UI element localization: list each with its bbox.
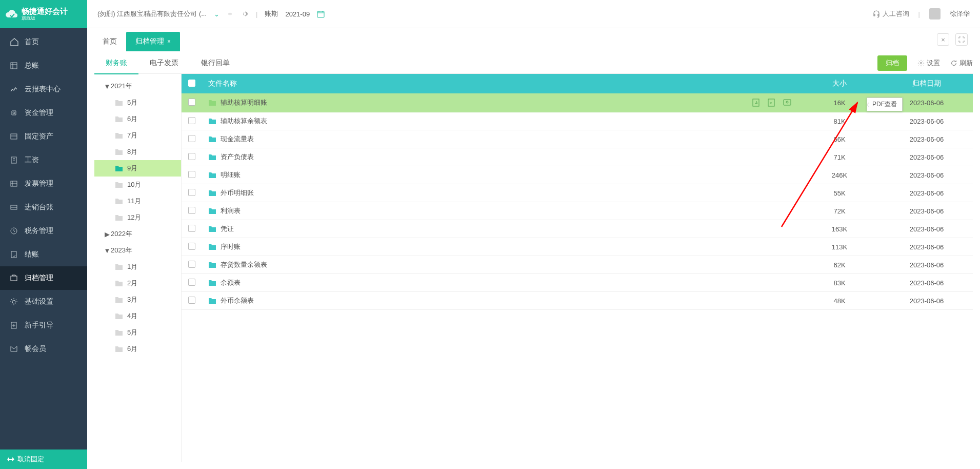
month-label: 6月 (127, 344, 137, 354)
table-row[interactable]: 外币明细账55K2023-06-06 (182, 184, 973, 202)
refresh-link[interactable]: 刷新 (950, 58, 973, 68)
row-checkbox[interactable] (188, 207, 195, 214)
table-row[interactable]: 序时账113K2023-06-06 (182, 238, 973, 256)
sidebar-item-11[interactable]: 基础设置 (0, 290, 87, 314)
select-all-checkbox[interactable] (188, 80, 195, 87)
tree-month[interactable]: 11月 (94, 193, 181, 209)
period-value[interactable]: 2021-09 (285, 10, 310, 18)
svg-point-17 (786, 101, 788, 103)
sidebar-item-0[interactable]: 首页 (0, 30, 87, 54)
sidebar-item-9[interactable]: 结账 (0, 243, 87, 266)
tree-month[interactable]: 1月 (94, 259, 181, 275)
tab-home[interactable]: 首页 (93, 32, 126, 51)
inner-tab-finance[interactable]: 财务账 (94, 52, 138, 74)
sidebar-item-7[interactable]: 进销台账 (0, 196, 87, 219)
topbar: (勿删) 江西服宝精品有限责任公司 (... ⌄ ＋ | 账期 2021-09 … (87, 0, 980, 28)
headset-icon (872, 10, 881, 18)
row-checkbox[interactable] (188, 279, 195, 286)
tree-month[interactable]: 6月 (94, 111, 181, 127)
file-name: 外币明细账 (221, 188, 254, 198)
download-pdf-icon[interactable]: P (767, 97, 777, 108)
month-label: 10月 (127, 180, 141, 189)
file-name: 利润表 (221, 206, 241, 216)
fullscreen-icon[interactable] (955, 33, 968, 46)
tree-month[interactable]: 12月 (94, 209, 181, 226)
row-checkbox[interactable] (188, 261, 195, 268)
tree-year[interactable]: ▼ 2023年 (94, 242, 181, 259)
sidebar-unpin[interactable]: 取消固定 (0, 450, 87, 469)
sidebar-item-2[interactable]: 云报表中心 (0, 77, 87, 101)
row-checkbox[interactable] (188, 225, 195, 232)
row-checkbox[interactable] (188, 135, 195, 142)
consult-link[interactable]: 人工咨询 (872, 9, 909, 18)
table-row[interactable]: 余额表83K2023-06-06 (182, 274, 973, 292)
year-label: 2021年 (111, 82, 132, 91)
avatar[interactable] (929, 8, 941, 19)
table-row[interactable]: 凭证163K2023-06-06 (182, 220, 973, 238)
tree-month[interactable]: 5月 (94, 324, 181, 341)
company-dropdown-icon[interactable]: ⌄ (214, 10, 219, 18)
tree-month[interactable]: 9月 (94, 160, 181, 177)
close-all-tabs[interactable]: × (937, 33, 949, 46)
table-row[interactable]: 辅助核算余额表81K2023-06-06 (182, 112, 973, 130)
gear-icon[interactable] (241, 10, 249, 18)
tree-month[interactable]: 8月 (94, 144, 181, 160)
row-checkbox[interactable] (188, 99, 195, 106)
tree-month[interactable]: 7月 (94, 127, 181, 144)
table-row[interactable]: 资产负债表71K2023-06-06 (182, 148, 973, 166)
table-row[interactable]: 现金流量表66K2023-06-06 (182, 130, 973, 148)
tree-month[interactable]: 10月 (94, 177, 181, 193)
sidebar-item-5[interactable]: 工资 (0, 148, 87, 172)
sidebar-item-8[interactable]: 税务管理 (0, 219, 87, 243)
row-checkbox[interactable] (188, 171, 195, 178)
tree-month[interactable]: 4月 (94, 308, 181, 324)
table-row[interactable]: 利润表72K2023-06-06 (182, 202, 973, 220)
sidebar-item-1[interactable]: 总账 (0, 54, 87, 77)
inner-tab-bank[interactable]: 银行回单 (190, 52, 241, 74)
sidebar-item-6[interactable]: 发票管理 (0, 172, 87, 196)
folder-icon (208, 225, 216, 233)
nav-label: 基础设置 (25, 297, 53, 306)
archive-button[interactable]: 归档 (877, 55, 907, 71)
file-date: 2023-06-06 (881, 130, 973, 148)
tree-month[interactable]: 6月 (94, 341, 181, 357)
month-label: 3月 (127, 295, 137, 304)
sidebar-item-10[interactable]: 归档管理 (0, 266, 87, 290)
settings-link[interactable]: 设置 (917, 58, 940, 68)
tree-year[interactable]: ▼ 2021年 (94, 78, 181, 94)
sidebar-item-4[interactable]: 固定资产 (0, 125, 87, 148)
file-name: 资产负债表 (221, 152, 254, 162)
download-xls-icon[interactable] (751, 97, 762, 108)
row-checkbox[interactable] (188, 243, 195, 250)
sidebar-item-13[interactable]: 畅会员 (0, 337, 87, 361)
sidebar-item-3[interactable]: 资金管理 (0, 101, 87, 125)
row-checkbox[interactable] (188, 153, 195, 160)
tab-close-icon[interactable]: × (167, 38, 171, 45)
row-checkbox[interactable] (188, 117, 195, 124)
table-row[interactable]: 辅助核算明细账P16K2023-06-06 (182, 93, 973, 112)
nav-label: 固定资产 (25, 132, 53, 141)
nav-icon (9, 344, 18, 354)
view-pdf-icon[interactable] (782, 97, 792, 108)
folder-icon (115, 296, 123, 303)
inner-tab-einvoice[interactable]: 电子发票 (138, 52, 190, 74)
row-checkbox[interactable] (188, 189, 195, 196)
tree-month[interactable]: 3月 (94, 291, 181, 308)
table-row[interactable]: 明细账246K2023-06-06 (182, 166, 973, 184)
sidebar-item-12[interactable]: 新手引导 (0, 314, 87, 337)
row-checkbox[interactable] (188, 297, 195, 304)
tree-year[interactable]: ▶ 2022年 (94, 226, 181, 242)
tab-archive[interactable]: 归档管理× (126, 32, 180, 51)
company-selector[interactable]: (勿删) 江西服宝精品有限责任公司 (... (97, 9, 207, 18)
add-icon[interactable]: ＋ (227, 9, 233, 18)
pdf-view-tooltip: PDF查看 (867, 97, 903, 111)
file-name: 存货数量余额表 (221, 260, 267, 269)
tree-month[interactable]: 5月 (94, 94, 181, 111)
table-row[interactable]: 存货数量余额表62K2023-06-06 (182, 256, 973, 274)
tree-month[interactable]: 2月 (94, 275, 181, 291)
calendar-icon[interactable] (317, 10, 325, 18)
table-row[interactable]: 外币余额表48K2023-06-06 (182, 292, 973, 310)
user-name[interactable]: 徐泽华 (950, 9, 970, 18)
file-size: 113K (798, 238, 881, 256)
col-checkbox[interactable] (182, 74, 202, 93)
